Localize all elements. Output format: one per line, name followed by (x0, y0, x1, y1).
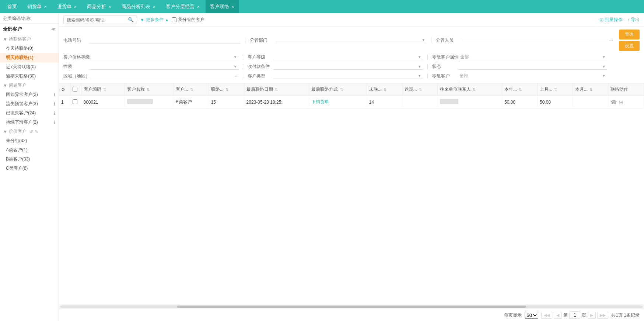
filter-customer-level-select[interactable]: ▼ (273, 54, 423, 60)
scrollbar-thumb[interactable] (177, 306, 526, 308)
scrollbar-track[interactable] (60, 306, 643, 308)
contact-action-icon[interactable]: ☎ (610, 99, 617, 105)
sort-name-icon[interactable]: ⇅ (147, 87, 150, 92)
nav-product-analysis[interactable]: 商品分析 ✕ (83, 0, 116, 13)
query-button[interactable]: 查询 (619, 30, 640, 39)
filter-customer-type-select[interactable]: ▼ (273, 73, 423, 79)
sort-contact-icon[interactable]: ⇅ (225, 87, 228, 92)
sidebar-item-today-contact[interactable]: 今天待联络(0) (0, 44, 59, 53)
sidebar-item-class-c[interactable]: C类客户(6) (0, 164, 59, 173)
info-icon-2: ℹ (54, 101, 56, 107)
sort-this-month-icon[interactable]: ⇅ (589, 87, 592, 92)
sort-method-icon[interactable]: ⇅ (340, 87, 343, 92)
toolbar-search-input[interactable] (67, 17, 128, 23)
nav-customer-tiering[interactable]: 客户分层经营 ✕ (161, 0, 204, 13)
sidebar-search-input[interactable] (3, 16, 58, 21)
sidebar-item-tomorrow-contact[interactable]: 明天待联络(1) (0, 53, 59, 62)
sidebar-item-declining-customers[interactable]: 持续下滑客户(2) ℹ (0, 118, 59, 127)
filter-price-level-select[interactable]: ▼ (90, 54, 238, 60)
my-customers-checkbox[interactable] (172, 17, 176, 22)
nav-product-analysis-list[interactable]: 商品分析列表 ✕ (117, 0, 160, 13)
triangle-icon-3: ▼ (3, 129, 7, 134)
sort-last-month-icon[interactable]: ⇅ (554, 87, 557, 92)
filter-manager-select[interactable] (462, 39, 608, 41)
close-sales-order-icon[interactable]: ✕ (44, 5, 47, 9)
settings-button[interactable]: 设置 (619, 41, 640, 51)
cell-last-month: 50.00 (537, 96, 573, 108)
filter-nature-select[interactable]: ▼ (89, 64, 238, 70)
filter-retail-attr-select[interactable]: 全部 ▼ (459, 53, 607, 61)
horizontal-scrollbar[interactable] (59, 304, 644, 309)
close-customer-contact-icon[interactable]: ✕ (231, 5, 234, 9)
sidebar-item-week-contact[interactable]: 近7天待联络(0) (0, 62, 59, 72)
col-last-contact-method: 最后联络方式 ⇅ (309, 83, 367, 96)
sort-overdue-icon[interactable]: ⇅ (419, 87, 422, 92)
sidebar-item-churn-warning[interactable]: 流失预警客户(3) ℹ (0, 99, 59, 108)
col-unit-contact: 往来单位联系人 ⇅ (437, 83, 502, 96)
close-purchase-order-icon[interactable]: ✕ (74, 5, 77, 9)
cell-checkbox[interactable] (70, 96, 81, 108)
next-page-btn[interactable]: ▶ (588, 312, 596, 319)
page-number-input[interactable] (569, 311, 580, 319)
filter-area-more-icon[interactable]: ··· (235, 73, 238, 79)
filter-phone-input[interactable] (89, 37, 241, 44)
col-this-year: 本年... ⇅ (502, 83, 538, 96)
prev-page-btn[interactable]: ◀ (554, 312, 562, 319)
sidebar-item-class-a[interactable]: A类客户(1) (0, 145, 59, 155)
filter-area-select[interactable] (90, 75, 233, 77)
per-page-select[interactable]: 50 (525, 312, 538, 319)
toolbar-search-icon[interactable]: 🔍 (128, 17, 134, 23)
sort-uncontacted-icon[interactable]: ⇅ (384, 87, 386, 92)
close-customer-tiering-icon[interactable]: ✕ (197, 5, 200, 9)
last-contact-link[interactable]: 下销货单 (311, 99, 329, 104)
col-checkbox[interactable] (70, 83, 81, 96)
my-customers-checkbox-label[interactable]: 我分管的客户 (172, 17, 204, 23)
export-btn[interactable]: ↑ 导出 (627, 17, 640, 23)
filter-more-btn[interactable]: ▼ 更多条件 ▲ (140, 17, 169, 23)
cell-last-contact-method[interactable]: 下销货单 (309, 96, 367, 108)
last-page-btn[interactable]: ▶▶ (597, 312, 608, 319)
batch-op-btn[interactable]: ☑ 批量操作 (599, 17, 623, 23)
filter-payment-select[interactable]: ▼ (273, 64, 423, 70)
sidebar-item-class-b[interactable]: B类客户(33) (0, 155, 59, 164)
sort-unit-icon[interactable]: ⇅ (473, 87, 476, 92)
edit-icon[interactable]: ✎ (35, 129, 38, 134)
sort-code-icon[interactable]: ⇅ (103, 87, 106, 92)
sidebar-item-lost-customers[interactable]: 已流失客户(24) ℹ (0, 108, 59, 118)
sidebar-search-bar[interactable]: 🔍 (0, 13, 59, 24)
page-nav: ◀◀ ◀ 第 页 ▶ ▶▶ (541, 311, 608, 319)
sidebar-item-repurchase-abnormal[interactable]: 回购异常客户(2) ℹ (0, 90, 59, 99)
filter-price-level: 客户价格等级 ▼ (63, 54, 238, 61)
filter-status: 状态 ▼ (432, 63, 607, 70)
more-action-icon[interactable]: ⊞ (619, 99, 623, 105)
col-settings[interactable]: ⚙ (59, 83, 70, 96)
sidebar-item-overdue-contact[interactable]: 逾期未联络(30) (0, 72, 59, 81)
filter-row-2: 客户价格等级 ▼ 客户等级 ▼ 零散客户属性 (63, 53, 640, 61)
close-product-list-icon[interactable]: ✕ (153, 5, 155, 9)
sort-type-icon[interactable]: ⇅ (190, 87, 193, 92)
sidebar-item-ungrouped[interactable]: 未分组(32) (0, 136, 59, 145)
filter-row-1: 电话号码 分管部门 ▼ 分管人员 ··· (63, 30, 640, 51)
nav-customer-contact[interactable]: 客户联络 ✕ (206, 0, 239, 13)
sort-date-icon[interactable]: ⇅ (275, 87, 278, 92)
select-all-checkbox[interactable] (73, 87, 77, 92)
nav-sales-order[interactable]: 销货单 ✕ (23, 0, 51, 13)
refresh-icon[interactable]: ↺ (29, 129, 33, 134)
filter-retail-customer-select[interactable]: 全部 ▼ (458, 72, 607, 80)
settings-icon[interactable]: ⚙ (61, 87, 65, 92)
row-checkbox[interactable] (73, 99, 77, 104)
filter-dept-select[interactable]: ▼ (276, 37, 427, 43)
first-page-btn[interactable]: ◀◀ (541, 312, 552, 319)
nav-home[interactable]: 首页 (3, 0, 21, 13)
filter-arrow-icon: ▲ (165, 18, 169, 22)
close-product-analysis-icon[interactable]: ✕ (108, 5, 111, 9)
filter-manager-more-icon[interactable]: ··· (609, 38, 613, 43)
sort-year-icon[interactable]: ⇅ (519, 87, 522, 92)
info-icon-1: ℹ (54, 92, 56, 97)
filter-status-select[interactable]: ▼ (458, 64, 607, 70)
toolbar-search-bar[interactable]: 🔍 (63, 15, 137, 24)
cell-this-year: 50.00 (502, 96, 538, 108)
nav-purchase-order[interactable]: 进货单 ✕ (53, 0, 81, 13)
cell-unit-contact (437, 96, 502, 108)
sidebar-all-customers[interactable]: 全部客户 ≪ (0, 24, 59, 35)
